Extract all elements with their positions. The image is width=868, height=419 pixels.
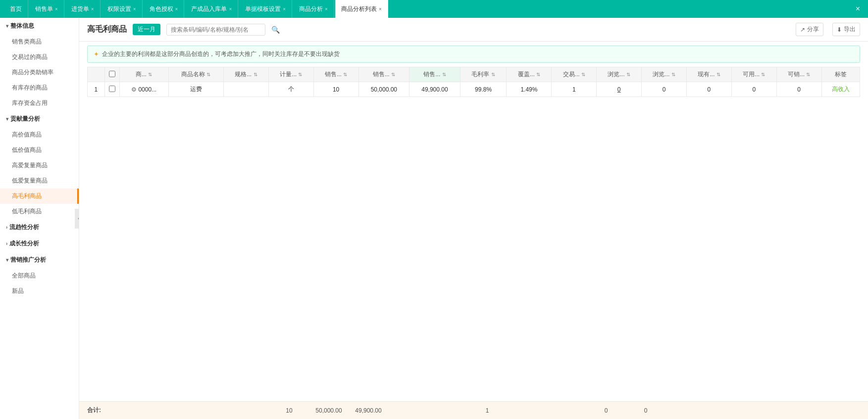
col-sales-profit[interactable]: 销售... ⇅ <box>409 67 460 82</box>
footer-label: 合计: <box>87 406 101 415</box>
col-sales-amount[interactable]: 销售... ⇅ <box>358 67 409 82</box>
sidebar-item-high-margin-goods[interactable]: 高毛利商品 <box>0 188 79 204</box>
col-name[interactable]: 商品名称 ⇅ <box>168 67 223 82</box>
tab-template-settings[interactable]: 单据模板设置 × <box>239 0 292 18</box>
close-icon[interactable]: × <box>55 6 58 12</box>
cell-sellable-stock: 0 <box>776 82 821 97</box>
close-icon[interactable]: × <box>283 6 286 12</box>
date-range-button[interactable]: 近一月 <box>133 24 160 35</box>
sort-icon[interactable]: ⇅ <box>343 72 347 77</box>
share-button[interactable]: ↗ 分享 <box>796 23 823 36</box>
footer-cell-empty7 <box>507 407 547 414</box>
cell-browse1[interactable]: 0 <box>597 82 642 97</box>
cell-current-stock: 0 <box>686 82 731 97</box>
tab-product-analysis-list[interactable]: 商品分析列表 × <box>335 0 388 18</box>
sidebar-item-stock-capital[interactable]: 库存资金占用 <box>0 95 79 111</box>
tab-home[interactable]: 首页 <box>4 0 28 18</box>
cell-sales-qty: 10 <box>313 82 358 97</box>
close-icon[interactable]: × <box>133 6 136 12</box>
footer-cell-empty8 <box>547 407 586 414</box>
cell-tag: 高收入 <box>821 82 860 97</box>
search-input[interactable] <box>166 24 265 36</box>
sort-icon[interactable]: ⇅ <box>536 72 540 77</box>
sort-icon[interactable]: ⇅ <box>298 72 302 77</box>
cell-sales-profit: 49,900.00 <box>409 82 460 97</box>
sidebar-item-high-repurchase-goods[interactable]: 高爱复量商品 <box>0 158 79 173</box>
sort-icon[interactable]: ⇅ <box>806 72 810 77</box>
sidebar-group-overall-info[interactable]: ▾ 整体信息 <box>0 18 79 34</box>
sort-icon[interactable]: ⇅ <box>442 72 446 77</box>
col-coverage[interactable]: 覆盖... ⇅ <box>507 67 552 82</box>
sidebar-item-category-sales-rate[interactable]: 商品分类助销率 <box>0 65 79 80</box>
tab-role-auth[interactable]: 角色授权 × <box>144 0 185 18</box>
col-current-stock[interactable]: 现有... ⇅ <box>686 67 731 82</box>
sort-icon[interactable]: ⇅ <box>626 72 630 77</box>
sort-icon[interactable]: ⇅ <box>581 72 585 77</box>
tip-bar: ✦ 企业的主要的利润都是这部分商品创造的，可考虑加大推广，同时关注库存是不要出现… <box>87 46 860 63</box>
sort-icon[interactable]: ⇅ <box>716 72 720 77</box>
settings-icon[interactable]: ⚙ <box>131 86 137 93</box>
footer-cell-sales-profit: 49,900.00 <box>349 407 388 414</box>
select-all-checkbox[interactable] <box>109 71 115 77</box>
col-code[interactable]: 商... ⇅ <box>119 67 168 82</box>
sidebar-item-new-goods[interactable]: 新品 <box>0 283 79 299</box>
col-spec[interactable]: 规格... ⇅ <box>223 67 268 82</box>
col-browse2[interactable]: 浏览... ⇅ <box>642 67 687 82</box>
close-icon[interactable]: × <box>325 6 328 12</box>
sidebar-group-flow-analysis[interactable]: › 流趋性分析 <box>0 219 79 235</box>
cell-gross-rate: 99.8% <box>460 82 507 97</box>
close-icon[interactable]: × <box>175 6 178 12</box>
col-browse1[interactable]: 浏览... ⇅ <box>597 67 642 82</box>
close-icon[interactable]: × <box>91 6 94 12</box>
sort-icon[interactable]: ⇅ <box>148 72 152 77</box>
col-available-stock[interactable]: 可用... ⇅ <box>731 67 776 82</box>
close-icon[interactable]: × <box>379 6 382 12</box>
sort-icon[interactable]: ⇅ <box>761 72 765 77</box>
sort-icon[interactable]: ⇅ <box>391 72 395 77</box>
footer-values: 10 50,000.00 49,900.00 1 0 0 <box>111 407 860 414</box>
main-layout: « ▾ 整体信息 销售类商品 交易过的商品 商品分类助销率 有库存的商品 库存资… <box>0 18 868 419</box>
cell-transaction: 1 <box>552 82 597 97</box>
sort-icon[interactable]: ⇅ <box>491 72 495 77</box>
footer-cell-transaction: 1 <box>467 407 507 414</box>
chevron-down-icon: ▾ <box>6 116 8 122</box>
sidebar-item-low-value-goods[interactable]: 低价值商品 <box>0 142 79 158</box>
close-icon[interactable]: × <box>229 6 232 12</box>
search-button[interactable]: 🔍 <box>271 26 280 34</box>
chevron-right-icon: › <box>6 225 7 230</box>
col-checkbox[interactable] <box>104 67 119 82</box>
col-transaction[interactable]: 交易... ⇅ <box>552 67 597 82</box>
sort-icon[interactable]: ⇅ <box>671 72 675 77</box>
row-checkbox[interactable] <box>109 86 115 92</box>
sidebar-item-high-value-goods[interactable]: 高价值商品 <box>0 127 79 142</box>
col-unit[interactable]: 计量... ⇅ <box>268 67 313 82</box>
cell-coverage: 1.49% <box>507 82 552 97</box>
sidebar-group-growth-analysis[interactable]: › 成长性分析 <box>0 235 79 252</box>
tab-product-inbound[interactable]: 产成品入库单 × <box>185 0 238 18</box>
sort-icon[interactable]: ⇅ <box>206 72 210 77</box>
sidebar-item-low-margin-goods[interactable]: 低毛利商品 <box>0 204 79 219</box>
content-header: 高毛利商品 近一月 🔍 ↗ 分享 ⬇ 导出 <box>79 18 868 42</box>
cell-checkbox[interactable] <box>104 82 119 97</box>
tab-permission-settings[interactable]: 权限设置 × <box>102 0 143 18</box>
sidebar-item-low-repurchase-goods[interactable]: 低爱复量商品 <box>0 173 79 188</box>
tab-sales-order[interactable]: 销售单 × <box>29 0 64 18</box>
export-button[interactable]: ⬇ 导出 <box>832 23 860 36</box>
col-gross-rate[interactable]: 毛利率 ⇅ <box>460 67 507 82</box>
sidebar-group-marketing-analysis[interactable]: ▾ 营销推广分析 <box>0 252 79 268</box>
footer-cell-sales-amount: 50,000.00 <box>309 407 349 414</box>
sidebar-item-traded-goods[interactable]: 交易过的商品 <box>0 49 79 65</box>
tip-text: 企业的主要的利润都是这部分商品创造的，可考虑加大推广，同时关注库存是不要出现缺货 <box>102 50 340 58</box>
sort-icon[interactable]: ⇅ <box>254 72 257 77</box>
tab-product-analysis[interactable]: 商品分析 × <box>293 0 334 18</box>
sidebar-group-contribution-analysis[interactable]: ▾ 贡献量分析 <box>0 111 79 127</box>
window-close-button[interactable]: × <box>852 4 864 13</box>
chevron-down-icon: ▾ <box>6 257 8 263</box>
col-sellable-stock[interactable]: 可销... ⇅ <box>776 67 821 82</box>
sidebar-item-in-stock-goods[interactable]: 有库存的商品 <box>0 80 79 95</box>
sidebar-collapse-button[interactable]: « <box>75 209 79 229</box>
col-sales-qty[interactable]: 销售... ⇅ <box>313 67 358 82</box>
sidebar-item-sales-goods[interactable]: 销售类商品 <box>0 34 79 49</box>
sidebar-item-all-goods[interactable]: 全部商品 <box>0 268 79 283</box>
tab-purchase-order[interactable]: 进货单 × <box>65 0 101 18</box>
